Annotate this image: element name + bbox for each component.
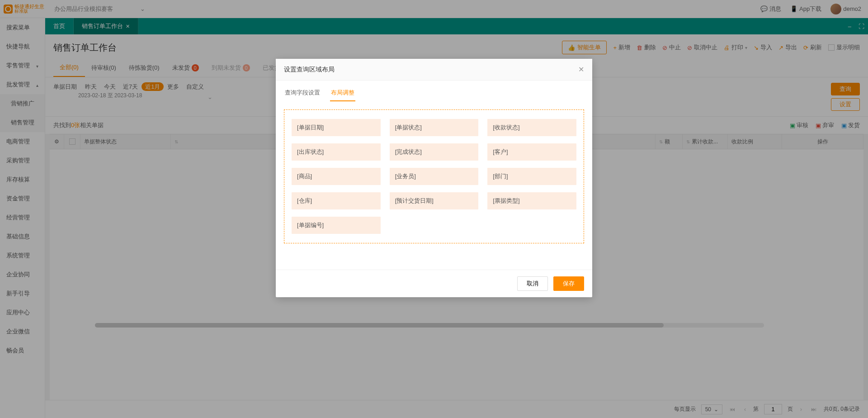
modal-overlay[interactable]: 设置查询区域布局 ✕ 查询字段设置 布局调整 [单据日期][单据状态][收款状态… bbox=[0, 0, 868, 18]
